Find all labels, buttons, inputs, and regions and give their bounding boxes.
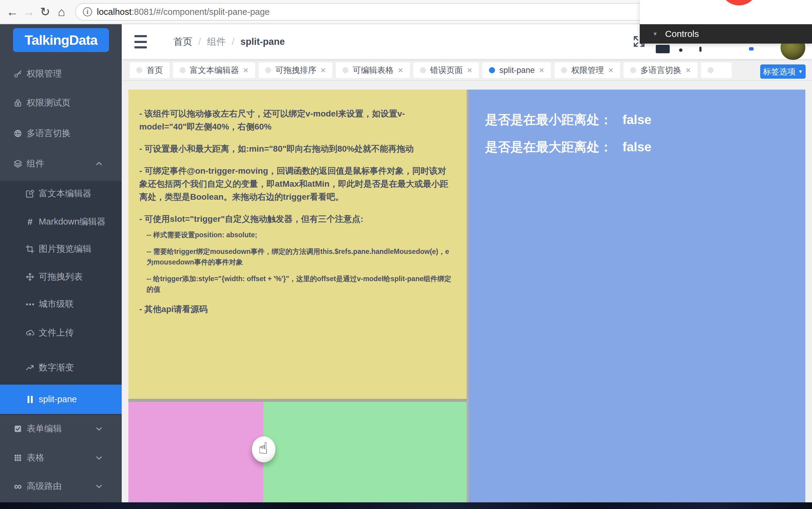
tab-close-icon[interactable]: ×	[608, 66, 614, 75]
hash-icon: #	[26, 217, 34, 227]
tab-dot-icon	[630, 67, 636, 73]
sidebar-item-form-edit[interactable]: 表单编辑	[0, 417, 122, 441]
app-logo-text: TalkingData	[25, 32, 97, 48]
tab-close-icon[interactable]: ×	[467, 66, 473, 75]
sidebar-item-i18n[interactable]: 多语言切换	[0, 121, 122, 145]
sidebar-item-permission[interactable]: 权限管理	[0, 62, 122, 86]
browser-forward-icon[interactable]: →	[21, 6, 37, 18]
sidebar-subitem-number-gradient[interactable]: 数字渐变	[0, 355, 122, 380]
sidebar-item-label: 富文本编辑器	[39, 188, 91, 200]
desc-paragraph: - 可使用slot="trigger"自定义拖动触发器，但有三个注意点:	[139, 212, 452, 226]
caret-down-icon: ▼	[652, 31, 658, 37]
max-status-line: 是否是在最大距离处： false	[485, 139, 805, 156]
browser-back-icon[interactable]: ←	[4, 6, 21, 18]
sidebar-subitem-draggable-list[interactable]: 可拖拽列表	[0, 265, 122, 289]
ellipsis-icon: ⋯	[26, 299, 34, 310]
sidebar-item-permission-test[interactable]: 权限测试页	[0, 91, 122, 115]
sidebar-subitem-rich-text-editor[interactable]: 富文本编辑器	[0, 181, 122, 206]
move-icon	[26, 273, 34, 281]
main-area: 首页 富文本编辑器 × 可拖拽排序 × 可编辑表格 × 错误页面 ×	[122, 59, 812, 509]
chevron-down-icon	[95, 425, 103, 433]
menu-toggle-button[interactable]	[134, 35, 147, 48]
breadcrumb-components[interactable]: 组件	[207, 35, 226, 48]
hand-cursor-icon: ☝	[258, 439, 268, 457]
message-icon[interactable]	[679, 48, 682, 52]
tab-label: 富文本编辑器	[190, 65, 239, 76]
desc-paragraph: - 其他api请看源码	[139, 303, 452, 316]
max-status-value: false	[622, 140, 652, 154]
breadcrumb-current: split-pane	[240, 36, 285, 47]
sidebar-subitem-image-preview-edit[interactable]: 图片预览编辑	[0, 237, 122, 261]
language-icon[interactable]	[656, 45, 670, 53]
browser-refresh-icon[interactable]: ↻	[37, 6, 53, 18]
tab-close-icon[interactable]: ×	[398, 66, 403, 75]
sidebar-subitem-markdown-editor[interactable]: # Markdown编辑器	[0, 210, 122, 234]
breadcrumb: 首页 / 组件 / split-pane	[173, 24, 285, 59]
tab-label: 可编辑表格	[353, 65, 394, 76]
nested-left-pane	[128, 402, 263, 505]
lock-screen-icon[interactable]	[700, 46, 702, 52]
tab-draggable-sort[interactable]: 可拖拽排序 ×	[258, 62, 333, 78]
lock-icon	[13, 99, 23, 107]
breadcrumb-home[interactable]: 首页	[173, 35, 192, 48]
tab-i18n[interactable]: 多语言切换 ×	[623, 62, 698, 78]
caret-down-icon: ▼	[798, 69, 803, 74]
vertical-split-trigger[interactable]	[466, 90, 469, 505]
site-info-icon[interactable]: i	[83, 7, 92, 16]
tab-error-page[interactable]: 错误页面 ×	[413, 62, 480, 78]
sidebar-item-components[interactable]: 组件	[0, 151, 122, 176]
sidebar-item-advanced-router[interactable]: ∞ 高级路由	[0, 474, 122, 499]
desc-paragraph: - 该组件可以拖动修改左右尺寸，还可以绑定v-model来设置，如设置v-mod…	[139, 107, 452, 133]
tab-editable-table[interactable]: 可编辑表格 ×	[335, 62, 410, 78]
tab-label: split-pane	[499, 66, 535, 75]
min-status-label: 是否是在最小距离处：	[485, 111, 612, 128]
tab-label: 错误页面	[430, 65, 463, 76]
trending-up-icon	[26, 364, 34, 372]
bug-icon[interactable]	[749, 47, 754, 50]
breadcrumb-separator: /	[198, 36, 201, 47]
edit-square-icon	[26, 190, 34, 198]
custom-drag-trigger[interactable]: ☝	[252, 436, 275, 463]
desc-sub-points: -- 样式需要设置position: absolute; -- 需要给trigg…	[139, 230, 452, 295]
sidebar-subitem-split-pane[interactable]: split-pane	[0, 385, 122, 414]
tab-label: 权限管理	[571, 65, 604, 76]
horizontal-split-trigger[interactable]	[128, 399, 466, 402]
tag-options-label: 标签选项	[763, 66, 795, 77]
sidebar-item-label: 表格	[27, 452, 44, 464]
grid-icon	[13, 453, 23, 462]
tab-home[interactable]: 首页	[129, 62, 170, 78]
tab-rich-text-editor[interactable]: 富文本编辑器 ×	[172, 62, 256, 78]
tab-clipped[interactable]	[701, 62, 732, 78]
tab-dot-icon	[708, 67, 714, 73]
tab-label: 可拖拽排序	[275, 65, 316, 76]
red-circle	[721, 0, 757, 5]
tab-label: 首页	[147, 65, 163, 76]
sidebar-item-label: 高级路由	[27, 480, 62, 493]
controls-bar[interactable]: ▼ Controls	[640, 24, 812, 43]
tab-label: 多语言切换	[640, 65, 681, 76]
sidebar-item-label: 文件上传	[39, 327, 74, 339]
tab-dot-icon	[265, 67, 271, 73]
sidebar-item-table[interactable]: 表格	[0, 446, 122, 470]
max-status-label: 是否是在最大距离处：	[485, 139, 612, 156]
tab-dot-icon	[420, 67, 426, 73]
tag-options-button[interactable]: 标签选项▼	[760, 64, 806, 79]
desc-sub-point: -- 需要给trigger绑定mousedown事件，绑定的方法调用this.$…	[147, 246, 452, 268]
chevron-up-icon	[95, 160, 103, 168]
sidebar-subitem-file-upload[interactable]: 文件上传	[0, 321, 122, 345]
sidebar-item-label: 权限测试页	[27, 97, 70, 109]
app-logo[interactable]: TalkingData	[13, 28, 109, 52]
tab-dot-icon	[136, 67, 142, 73]
controls-title: Controls	[665, 29, 699, 39]
browser-home-icon[interactable]: ⌂	[53, 6, 70, 18]
tab-close-icon[interactable]: ×	[321, 66, 326, 75]
crop-icon	[26, 245, 34, 253]
tab-close-icon[interactable]: ×	[685, 66, 691, 75]
tab-split-pane[interactable]: split-pane ×	[482, 62, 551, 78]
breadcrumb-separator: /	[232, 36, 235, 47]
overlay-panel	[640, 0, 812, 24]
sidebar-subitem-city-cascade[interactable]: ⋯ 城市级联	[0, 292, 122, 316]
tab-close-icon[interactable]: ×	[539, 66, 544, 75]
tab-close-icon[interactable]: ×	[243, 66, 249, 75]
tab-permission[interactable]: 权限管理 ×	[554, 62, 621, 78]
